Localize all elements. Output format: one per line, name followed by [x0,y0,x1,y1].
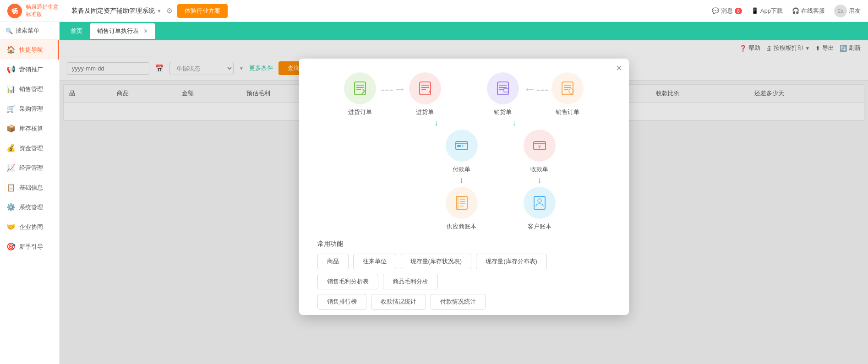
sale-order-label: 销售订单 [556,108,579,116]
supplier-ledger-circle [446,187,478,219]
message-btn[interactable]: 💬 消息 6 [712,7,742,15]
sidebar-item-purchase[interactable]: 🛒 采购管理 [0,99,59,119]
btn-trading-partner[interactable]: 往来单位 [353,254,396,269]
flow-node-receipt[interactable]: ¥ 收款单 [524,130,556,174]
avatar: Ea [834,5,847,17]
modal-overlay: ✕ 进货订单 [60,40,868,364]
svg-text:¥: ¥ [538,144,541,149]
home-icon: 🏠 [6,45,16,54]
btn-current-stock-dist[interactable]: 现存量(库存分布表) [476,254,547,269]
payment-circle: ¥ [446,130,478,162]
cart-icon: 🛒 [6,104,16,113]
gear-icon: ⚙️ [6,203,16,212]
layout: 🔍 搜索菜单 🏠 快捷导航 📢 营销推广 📊 销售管理 🛒 采购管理 📦 库存核… [0,22,868,364]
customer-ledger-label: 客户账本 [528,223,551,231]
common-buttons-row1: 商品 往来单位 现存量(库存状况表) 现存量(库存分布表) 销售毛利分析表 商品… [317,254,611,289]
content-area: ❓ 帮助 🖨 按模板打印 ▼ ⬆ 导出 🔄 刷新 [60,40,868,364]
logo-icon: 畅 [7,4,22,18]
tab-bar: 首页 销售订单执行表 ✕ [60,22,868,40]
receipt-label: 收款单 [530,165,548,174]
system-dropdown[interactable]: 装备及固定资产辅助管理系统 ▼ [71,7,162,15]
common-buttons-row2: 销售排行榜 收款情况统计 付款情况统计 [317,294,611,310]
payment-label: 付款单 [453,165,470,174]
sidebar-item-finance[interactable]: 💰 资金管理 [0,138,59,158]
sidebar-item-marketing[interactable]: 📢 营销推广 [0,60,59,79]
btn-product-profit-analysis[interactable]: 商品毛利分析 [383,274,438,289]
tab-sales-order[interactable]: 销售订单执行表 ✕ [90,23,155,39]
trend-icon: 📈 [6,163,16,172]
svg-rect-14 [504,88,508,92]
megaphone-icon: 📢 [6,65,16,74]
tab-home[interactable]: 首页 [63,23,90,39]
btn-receipt-stats[interactable]: 收款情况统计 [371,294,426,310]
user-btn[interactable]: Ea 用友 [834,5,861,17]
purchase-bill-circle [409,72,441,104]
top-header: 畅 畅康通好生意 标准版 装备及固定资产辅助管理系统 ▼ ⚙ 体验行业方案 💬 … [0,0,868,22]
svg-text:畅: 畅 [11,7,18,15]
purchase-bill-label: 进货单 [416,108,434,116]
handshake-icon: 🤝 [6,223,16,231]
headset-icon: 🎧 [792,7,799,14]
btn-sales-profit-analysis[interactable]: 销售毛利分析表 [317,274,378,289]
system-name: 装备及固定资产辅助管理系统 [71,7,155,15]
svg-rect-6 [420,82,431,95]
sidebar-item-quick-nav[interactable]: 🏠 快捷导航 [0,40,59,60]
flow-node-sale-order[interactable]: 销售订单 [551,72,584,116]
sidebar-item-inventory[interactable]: 📦 库存核算 [0,119,59,138]
search-menu[interactable]: 🔍 搜索菜单 [0,22,59,40]
app-download-btn[interactable]: 📱 App下载 [751,7,783,15]
sale-bill-label: 销货单 [494,108,512,116]
svg-text:¥: ¥ [461,144,464,148]
tab-close-icon[interactable]: ✕ [143,28,148,34]
flow-node-payment[interactable]: ¥ 付款单 [446,130,478,174]
flow-node-customer-ledger[interactable]: 客户账本 [524,187,556,231]
svg-rect-2 [355,82,366,95]
flow-node-sale-bill[interactable]: 销货单 [487,72,519,116]
header-actions: 💬 消息 6 📱 App下载 🎧 在线客服 Ea 用友 [712,5,861,17]
list-icon: 📋 [6,183,16,192]
try-btn[interactable]: 体验行业方案 [177,4,228,18]
main-content: 首页 销售订单执行表 ✕ ❓ 帮助 🖨 按模板打印 ▼ [60,22,868,364]
flow-node-purchase-bill[interactable]: 进货单 [409,72,441,116]
chart-icon: 📊 [6,85,16,93]
btn-payment-stats[interactable]: 付款情况统计 [431,294,486,310]
flow-node-purchase-order[interactable]: 进货订单 [344,72,376,116]
sidebar-item-basic-info[interactable]: 📋 基础信息 [0,178,59,197]
receipt-circle: ¥ [524,130,556,162]
logo-text: 畅康通好生意 标准版 [26,4,59,18]
box-icon: 📦 [6,124,16,133]
modal: ✕ 进货订单 [299,59,629,315]
message-badge: 6 [735,8,742,14]
settings-gear-icon[interactable]: ⚙ [166,6,173,15]
common-section: 常用功能 商品 往来单位 现存量(库存状况表) 现存量(库存分布表) 销售毛利分… [299,240,629,315]
sidebar: 🔍 搜索菜单 🏠 快捷导航 📢 营销推广 📊 销售管理 🛒 采购管理 📦 库存核… [0,22,60,364]
header-left: 畅 畅康通好生意 标准版 装备及固定资产辅助管理系统 ▼ ⚙ 体验行业方案 [7,4,228,18]
chevron-down-icon: ▼ [157,8,162,14]
btn-sales-ranking[interactable]: 销售排行榜 [317,294,366,310]
sidebar-item-guide[interactable]: 🎯 新手引导 [0,237,59,256]
flow-node-supplier-ledger[interactable]: 供应商账本 [446,187,478,231]
svg-rect-28 [456,196,459,209]
purchase-order-circle [344,72,376,104]
svg-rect-33 [534,196,545,209]
sidebar-item-sales[interactable]: 📊 销售管理 [0,79,59,99]
supplier-ledger-label: 供应商账本 [447,223,476,231]
modal-close-icon[interactable]: ✕ [616,63,622,73]
purchase-order-label: 进货订单 [348,108,372,116]
mobile-icon: 📱 [751,7,759,14]
svg-point-34 [538,199,541,202]
sidebar-item-system[interactable]: ⚙️ 系统管理 [0,197,59,217]
sale-bill-circle [487,72,519,104]
svg-rect-22 [457,145,461,147]
sidebar-item-enterprise[interactable]: 🤝 企业协同 [0,217,59,237]
svg-rect-15 [562,82,573,95]
logo-area: 畅 畅康通好生意 标准版 [7,4,67,18]
common-functions-title: 常用功能 [317,240,611,248]
btn-current-stock-status[interactable]: 现存量(库存状况表) [401,254,472,269]
sidebar-item-management[interactable]: 📈 经营管理 [0,158,59,178]
sale-order-circle [551,72,584,104]
target-icon: 🎯 [6,242,16,251]
modal-body: 进货订单 - - - → [299,59,629,240]
btn-product[interactable]: 商品 [317,254,349,269]
online-service-btn[interactable]: 🎧 在线客服 [792,7,825,15]
